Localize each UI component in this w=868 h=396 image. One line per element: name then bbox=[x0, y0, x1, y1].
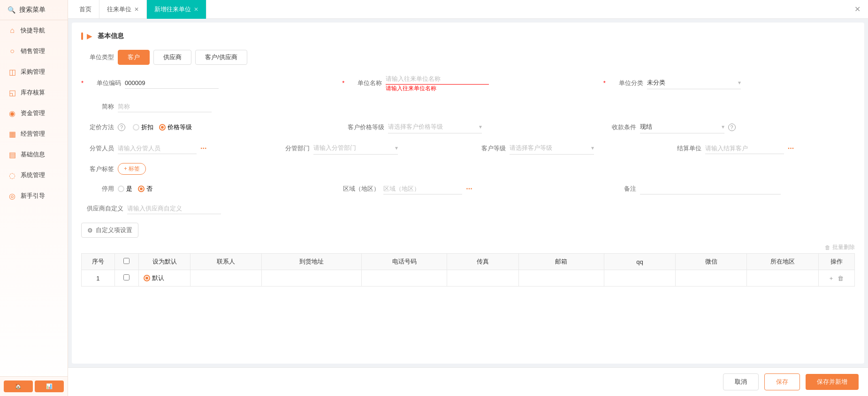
sidebar-item-basic[interactable]: ▤ 基础信息 bbox=[0, 144, 68, 165]
col-address: 到货地址 bbox=[262, 254, 362, 270]
operation-icon: ▦ bbox=[8, 129, 17, 139]
department-select[interactable]: 请输入分管部门 ▾ bbox=[313, 142, 398, 155]
row-address[interactable] bbox=[262, 270, 362, 287]
region-input[interactable] bbox=[383, 183, 462, 194]
region-more-btn[interactable]: ··· bbox=[466, 185, 472, 193]
email-input[interactable] bbox=[538, 275, 585, 282]
col-phone: 电话号码 bbox=[361, 254, 447, 270]
unit-type-field: 单位类型 客户 供应商 客户/供应商 bbox=[81, 50, 316, 65]
sidebar-item-operation[interactable]: ▦ 经营管理 bbox=[0, 124, 68, 144]
default-label: 默认 bbox=[152, 274, 164, 282]
row-contact[interactable] bbox=[190, 270, 262, 287]
remark-label: 备注 bbox=[603, 185, 636, 193]
pricing-level-option[interactable]: 价格等级 bbox=[159, 123, 192, 132]
sidebar-item-guide[interactable]: ◎ 新手引导 bbox=[0, 186, 68, 206]
tab-new-contact[interactable]: 新增往来单位 ✕ bbox=[147, 0, 206, 19]
tab-bar-close[interactable]: ✕ bbox=[851, 5, 864, 14]
disable-label: 停用 bbox=[81, 185, 114, 193]
manager-more-btn[interactable]: ··· bbox=[200, 144, 206, 153]
sidebar-item-sales[interactable]: ○ 销售管理 bbox=[0, 41, 68, 62]
contact-input[interactable] bbox=[207, 275, 245, 282]
cancel-button[interactable]: 取消 bbox=[723, 373, 759, 390]
department-field: 分管部门 请输入分管部门 ▾ bbox=[277, 142, 463, 155]
chevron-down-icon-3: ▾ bbox=[722, 124, 724, 130]
system-icon: ◌ bbox=[8, 171, 17, 180]
disable-no-option[interactable]: 否 bbox=[138, 185, 152, 193]
row-checkbox-input[interactable] bbox=[123, 274, 129, 280]
remark-field: 备注 bbox=[603, 183, 855, 194]
manager-input[interactable] bbox=[118, 143, 197, 154]
sidebar-home-btn[interactable]: 🏠 bbox=[4, 380, 33, 392]
custom-settings-btn[interactable]: ⚙ 自定义项设置 bbox=[81, 223, 138, 238]
disable-yes-option[interactable]: 是 bbox=[118, 185, 132, 193]
tab-contacts[interactable]: 往来单位 ✕ bbox=[99, 0, 147, 19]
batch-delete-label[interactable]: 批量删除 bbox=[832, 243, 855, 251]
payment-terms-select[interactable]: 现结 ▾ bbox=[640, 121, 724, 133]
phone-input[interactable] bbox=[381, 275, 428, 282]
tab-contacts-close[interactable]: ✕ bbox=[134, 6, 139, 13]
row-delete-btn[interactable]: 🗑 bbox=[838, 275, 844, 282]
short-name-field: 简称 bbox=[81, 101, 855, 112]
tab-home[interactable]: 首页 bbox=[72, 0, 99, 19]
row-region-input[interactable] bbox=[764, 275, 801, 282]
unit-code-field: * 单位编码 bbox=[81, 78, 333, 89]
customer-level-select[interactable]: 请选择客户等级 ▾ bbox=[510, 142, 594, 155]
sidebar-item-label: 采购管理 bbox=[21, 68, 45, 76]
sales-icon: ○ bbox=[8, 47, 17, 56]
col-fax: 传真 bbox=[447, 254, 518, 270]
sidebar-item-quick-nav[interactable]: ⌂ 快捷导航 bbox=[0, 20, 68, 41]
type-supplier-btn[interactable]: 供应商 bbox=[153, 50, 191, 65]
type-both-btn[interactable]: 客户/供应商 bbox=[195, 50, 247, 65]
col-contact: 联系人 bbox=[190, 254, 262, 270]
payment-help-icon[interactable]: ? bbox=[728, 124, 736, 131]
row-qq[interactable] bbox=[604, 270, 675, 287]
row-fax[interactable] bbox=[447, 270, 518, 287]
tag-label: 客户标签 bbox=[81, 165, 114, 173]
supplier-custom-input[interactable] bbox=[127, 203, 221, 214]
row-checkbox[interactable] bbox=[114, 270, 138, 287]
unit-category-field: * 单位分类 未分类 ▾ bbox=[603, 77, 855, 89]
row-add-btn[interactable]: + bbox=[830, 275, 833, 282]
col-checkbox[interactable] bbox=[114, 254, 138, 270]
sidebar-item-purchase[interactable]: ◫ 采购管理 bbox=[0, 62, 68, 82]
save-button[interactable]: 保存 bbox=[764, 373, 800, 390]
fax-input[interactable] bbox=[464, 275, 502, 282]
short-name-input[interactable] bbox=[118, 101, 212, 112]
sidebar-chart-btn[interactable]: 📊 bbox=[35, 380, 64, 392]
unit-category-select[interactable]: 未分类 ▾ bbox=[647, 77, 741, 89]
row-wechat[interactable] bbox=[676, 270, 747, 287]
sidebar: 🔍 搜索菜单 ⌂ 快捷导航 ○ 销售管理 ◫ 采购管理 ◱ 库存核算 ◉ 资金管… bbox=[0, 0, 68, 396]
row-phone[interactable] bbox=[361, 270, 447, 287]
address-input[interactable] bbox=[283, 275, 340, 282]
sidebar-item-system[interactable]: ◌ 系统管理 bbox=[0, 165, 68, 186]
header-checkbox[interactable] bbox=[123, 258, 129, 264]
pricing-discount-radio bbox=[133, 124, 139, 131]
type-customer-btn[interactable]: 客户 bbox=[118, 50, 150, 65]
customer-price-field: 客户价格等级 请选择客户价格等级 ▾ bbox=[342, 121, 594, 133]
save-new-button[interactable]: 保存并新增 bbox=[806, 374, 859, 390]
unit-category-star: * bbox=[603, 79, 606, 86]
row-region[interactable] bbox=[747, 270, 818, 287]
sidebar-search[interactable]: 🔍 搜索菜单 bbox=[0, 0, 68, 20]
wechat-input[interactable] bbox=[693, 275, 730, 282]
row-email[interactable] bbox=[518, 270, 604, 287]
unit-code-input[interactable] bbox=[125, 78, 219, 89]
row-default-radio[interactable]: 默认 bbox=[144, 274, 185, 282]
sidebar-item-inventory[interactable]: ◱ 库存核算 bbox=[0, 82, 68, 103]
unit-name-error: 请输入往来单位名称 bbox=[386, 85, 489, 93]
tab-new-contact-close[interactable]: ✕ bbox=[194, 6, 198, 13]
row-default[interactable]: 默认 bbox=[139, 270, 190, 287]
add-tag-btn[interactable]: + 标签 bbox=[118, 163, 146, 175]
pricing-help-icon[interactable]: ? bbox=[118, 124, 125, 131]
sidebar-item-finance[interactable]: ◉ 资金管理 bbox=[0, 103, 68, 124]
remark-input[interactable] bbox=[640, 183, 781, 194]
unit-name-input[interactable] bbox=[386, 73, 489, 85]
sidebar-item-label: 系统管理 bbox=[21, 171, 45, 179]
region-label: 区域（地区） bbox=[342, 185, 380, 193]
settlement-more-btn[interactable]: ··· bbox=[788, 144, 794, 153]
qq-input[interactable] bbox=[621, 275, 659, 282]
customer-price-select[interactable]: 请选择客户价格等级 ▾ bbox=[388, 121, 482, 133]
batch-delete-icon: 🗑 bbox=[825, 244, 830, 251]
pricing-discount-option[interactable]: 折扣 bbox=[133, 123, 153, 132]
settlement-input[interactable] bbox=[705, 143, 784, 154]
